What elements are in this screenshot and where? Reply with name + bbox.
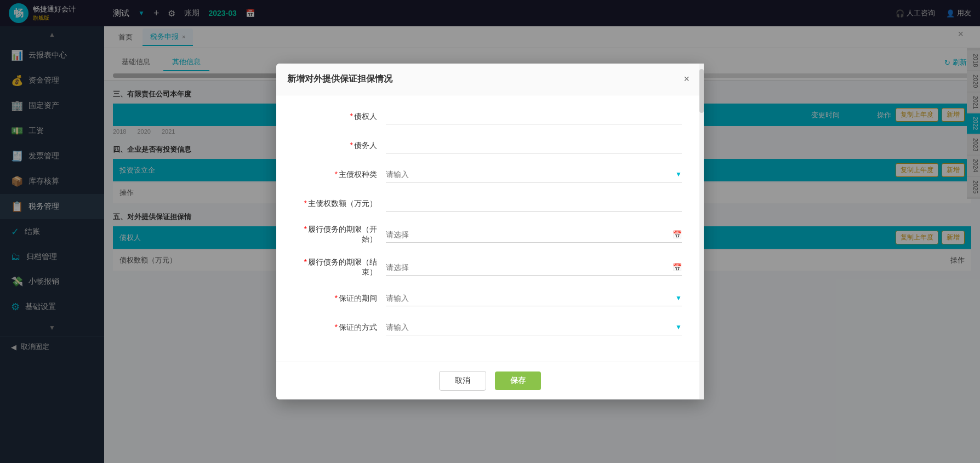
- period-start-label: *履行债务的期限（开始）: [298, 225, 386, 244]
- form-row-creditor: *债权人: [298, 108, 682, 124]
- guarantee-period-label: *保证的期间: [298, 294, 386, 304]
- creditor-input[interactable]: [386, 108, 682, 124]
- period-start-calendar-icon[interactable]: 📅: [673, 230, 682, 239]
- form-row-guarantee-period: *保证的期间 ▼: [298, 290, 682, 306]
- period-start-input[interactable]: [386, 227, 673, 242]
- guarantee-period-input[interactable]: [386, 290, 675, 306]
- debtor-input[interactable]: [386, 138, 682, 153]
- guarantee-period-dropdown-icon[interactable]: ▼: [675, 294, 682, 302]
- modal-title: 新增对外提供保证担保情况: [287, 73, 392, 85]
- debt-amount-label: *主债权数额（万元）: [298, 199, 386, 209]
- modal-overlay: 新增对外提供保证担保情况 × *债权人 *债务人 *: [0, 0, 980, 463]
- creditor-label: *债权人: [298, 112, 386, 122]
- modal-body: *债权人 *债务人 *主债权种类 ▼: [276, 95, 704, 362]
- form-row-debtor: *债务人: [298, 138, 682, 153]
- modal-scrollbar-thumb: [699, 69, 704, 113]
- debtor-label: *债务人: [298, 141, 386, 151]
- modal: 新增对外提供保证担保情况 × *债权人 *债务人 *: [276, 64, 704, 399]
- debt-amount-input[interactable]: [386, 196, 682, 212]
- debt-type-dropdown-icon[interactable]: ▼: [675, 170, 682, 178]
- guarantee-method-dropdown-icon[interactable]: ▼: [675, 323, 682, 331]
- period-start-date: 📅: [386, 227, 682, 243]
- guarantee-method-input[interactable]: [386, 319, 675, 335]
- debt-type-label: *主债权种类: [298, 170, 386, 180]
- guarantee-method-select: ▼: [386, 319, 682, 335]
- guarantee-period-select: ▼: [386, 290, 682, 306]
- period-end-label: *履行债务的期限（结束）: [298, 258, 386, 277]
- modal-close-button[interactable]: ×: [680, 72, 693, 86]
- cancel-button[interactable]: 取消: [439, 371, 486, 391]
- period-end-date: 📅: [386, 260, 682, 276]
- form-row-debt-type: *主债权种类 ▼: [298, 167, 682, 182]
- period-end-input[interactable]: [386, 260, 673, 275]
- form-row-period-end: *履行债务的期限（结束） 📅: [298, 258, 682, 277]
- guarantee-method-label: *保证的方式: [298, 323, 386, 333]
- form-row-period-start: *履行债务的期限（开始） 📅: [298, 225, 682, 244]
- save-button[interactable]: 保存: [495, 371, 541, 390]
- debt-type-select: ▼: [386, 167, 682, 182]
- form-row-guarantee-method: *保证的方式 ▼: [298, 319, 682, 335]
- form-row-debt-amount: *主债权数额（万元）: [298, 196, 682, 212]
- debt-type-input[interactable]: [386, 167, 675, 182]
- period-end-calendar-icon[interactable]: 📅: [673, 263, 682, 272]
- modal-scrollbar[interactable]: [699, 64, 704, 399]
- modal-header: 新增对外提供保证担保情况 ×: [276, 64, 704, 95]
- modal-footer: 取消 保存: [276, 362, 704, 399]
